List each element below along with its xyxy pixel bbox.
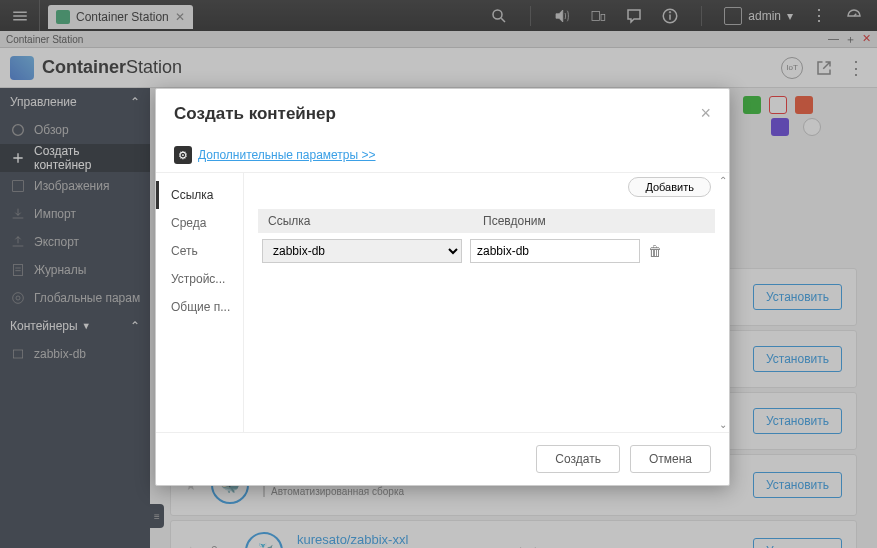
add-button[interactable]: Добавить <box>628 177 711 197</box>
tab-shared[interactable]: Общие п... <box>156 293 243 321</box>
modal-title: Создать контейнер <box>174 104 336 124</box>
create-button[interactable]: Создать <box>536 445 620 473</box>
gear-icon: ⚙ <box>174 146 192 164</box>
link-select[interactable]: zabbix-db <box>262 239 462 263</box>
create-container-modal: Создать контейнер × ⚙ Дополнительные пар… <box>155 88 730 486</box>
tab-env[interactable]: Среда <box>156 209 243 237</box>
cancel-button[interactable]: Отмена <box>630 445 711 473</box>
tab-network[interactable]: Сеть <box>156 237 243 265</box>
link-row: zabbix-db 🗑 <box>258 233 715 269</box>
scroll-down-icon[interactable]: ⌄ <box>719 419 727 430</box>
tab-device[interactable]: Устройс... <box>156 265 243 293</box>
close-icon[interactable]: × <box>700 103 711 124</box>
modal-footer: Создать Отмена <box>156 432 729 485</box>
links-panel: Добавить Ссылка Псевдоним zabbix-db 🗑 <box>244 173 729 432</box>
col-link: Ссылка <box>258 209 473 233</box>
modal-tabs: Ссылка Среда Сеть Устройс... Общие п... <box>156 173 244 432</box>
advanced-params-link[interactable]: Дополнительные параметры >> <box>198 148 376 162</box>
trash-icon[interactable]: 🗑 <box>648 243 662 259</box>
alias-input[interactable] <box>470 239 640 263</box>
col-alias: Псевдоним <box>473 209 556 233</box>
tab-link[interactable]: Ссылка <box>156 181 243 209</box>
table-header: Ссылка Псевдоним <box>258 209 715 233</box>
